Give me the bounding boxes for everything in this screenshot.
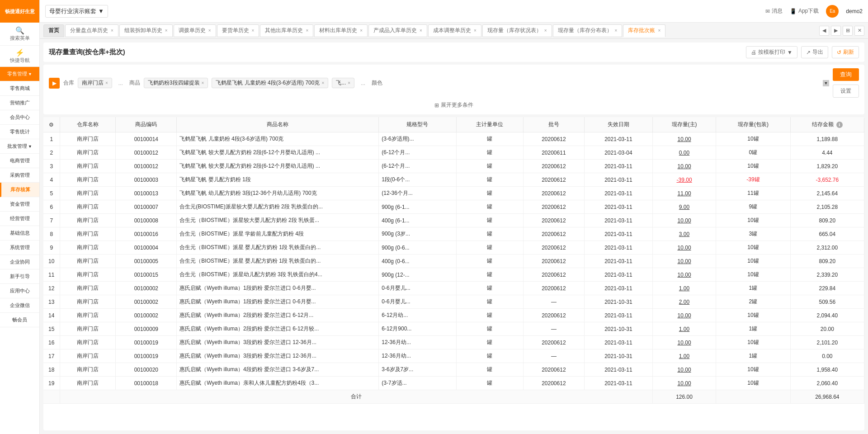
tab-close-requisition[interactable]: × xyxy=(252,28,255,33)
sidebar-item-purchase[interactable]: 采购管理 xyxy=(0,168,39,183)
row-qty-main[interactable]: 10.00 xyxy=(652,268,716,282)
sidebar-item-member[interactable]: 会员中心 xyxy=(0,110,39,125)
tab-other-out[interactable]: 其他出库单历史 × xyxy=(260,24,313,37)
sidebar-item-guide[interactable]: 新手引导 xyxy=(0,269,39,284)
tab-batch-voucher[interactable]: 库存批次账 × xyxy=(623,24,665,37)
username[interactable]: demo2 xyxy=(846,8,863,14)
tab-split-inventory[interactable]: 分量盘点单历史 × xyxy=(65,24,118,37)
product-tag1-remove[interactable]: × xyxy=(202,80,204,85)
product-tag2-remove[interactable]: × xyxy=(321,80,324,85)
row-qty-main[interactable]: 10.00 xyxy=(652,241,716,255)
tab-close-inventory-dist[interactable]: × xyxy=(615,28,618,33)
warehouse-filter-tag[interactable]: 南岸门店 × xyxy=(78,78,112,88)
account-dropdown[interactable]: 母婴行业演示账套 ▼ xyxy=(45,5,108,18)
sidebar-item-member2[interactable]: 畅会员 xyxy=(0,313,39,327)
row-qty-main[interactable]: 3.00 xyxy=(652,227,716,241)
sidebar-item-ecommerce[interactable]: 电商管理 xyxy=(0,154,39,168)
row-qty-main[interactable]: 10.00 xyxy=(652,363,716,377)
row-name: 合生元(BIOSTIME)派星较大婴儿配方奶粉 2段 乳铁蛋白的... xyxy=(177,200,379,214)
app-icon: 📱 xyxy=(790,8,797,14)
tab-product-in[interactable]: 产成品入库单历史 × xyxy=(368,24,427,37)
sidebar-item-retail-shop[interactable]: 零售商城 xyxy=(0,81,39,96)
row-unit: 罐 xyxy=(456,322,523,336)
tab-disassemble[interactable]: 组装拆卸单历史 × xyxy=(119,24,173,37)
product-filter-more[interactable]: 飞... × xyxy=(332,78,354,88)
tab-close-cost-adjust[interactable]: × xyxy=(474,28,476,33)
tab-close-disassemble[interactable]: × xyxy=(165,28,168,33)
warehouse-filter-more[interactable]: ... xyxy=(116,79,126,87)
tab-material-out[interactable]: 材料出库单历史 × xyxy=(314,24,368,37)
tab-more[interactable]: ⊞ xyxy=(843,26,853,36)
row-code: 00100012 xyxy=(116,160,177,173)
row-qty-main[interactable]: 9.00 xyxy=(652,200,716,214)
sidebar-item-wechat[interactable]: 企业微信 xyxy=(0,298,39,313)
row-qty-main[interactable]: 10.00 xyxy=(652,336,716,349)
row-qty-main[interactable]: 11.00 xyxy=(652,187,716,200)
sidebar-item-search[interactable]: 🔍 搜索英单 xyxy=(0,23,39,46)
tab-home[interactable]: 首页 xyxy=(43,24,64,37)
row-qty-main[interactable]: 1.00 xyxy=(652,282,716,295)
data-table: ⚙ 仓库名称 商品编码 商品名称 规格型号 主计量单位 批号 失效日期 现存量(… xyxy=(43,117,864,404)
sidebar-item-retail-stats[interactable]: 零售统计 xyxy=(0,125,39,139)
tab-close-all[interactable]: ✕ xyxy=(854,26,864,36)
row-code: 00100019 xyxy=(116,349,177,363)
tab-close-batch-voucher[interactable]: × xyxy=(658,28,660,33)
sidebar-item-system[interactable]: 系统管理 xyxy=(0,241,39,255)
product-filter-extra[interactable]: ... xyxy=(358,79,368,87)
tab-close-product-in[interactable]: × xyxy=(420,28,422,33)
sidebar-item-appstore[interactable]: 应用中心 xyxy=(0,284,39,298)
message-button[interactable]: ✉ 消息 xyxy=(765,7,783,15)
template-print-button[interactable]: 🖨 按模板打印 ▼ xyxy=(746,46,797,58)
row-qty-main[interactable]: 10.00 xyxy=(652,309,716,322)
tab-inventory-status[interactable]: 现存量（库存状况表） × xyxy=(482,24,552,37)
sidebar-item-inventory[interactable]: 库存核算 xyxy=(0,183,39,197)
row-qty-main[interactable]: 1.00 xyxy=(652,349,716,363)
expand-conditions-btn[interactable]: ⊞ 展开更多条件 xyxy=(49,99,859,111)
tab-close-split-inventory[interactable]: × xyxy=(111,28,113,33)
amount-info-icon[interactable]: ℹ xyxy=(836,122,843,128)
tab-close-material-out[interactable]: × xyxy=(360,28,363,33)
tab-cost-adjust[interactable]: 成本调整单历史 × xyxy=(428,24,481,37)
sidebar-item-marketing[interactable]: 营销推广 xyxy=(0,96,39,110)
row-qty-main[interactable]: 10.00 xyxy=(652,255,716,268)
row-qty-main[interactable]: 0.00 xyxy=(652,146,716,160)
tab-pick[interactable]: 调拨单历史 × xyxy=(174,24,216,37)
tab-close-other-out[interactable]: × xyxy=(306,28,308,33)
refresh-button[interactable]: ↺ 刷新 xyxy=(832,46,859,58)
setting-button[interactable]: 设置 xyxy=(833,85,859,98)
row-qty-main[interactable]: 10.00 xyxy=(652,214,716,227)
tab-requisition[interactable]: 要货单历史 × xyxy=(217,24,259,37)
filter-expand-btn[interactable]: ▶ xyxy=(49,78,60,89)
row-qty-main[interactable]: 1.00 xyxy=(652,322,716,336)
tab-close-pick[interactable]: × xyxy=(208,28,211,33)
row-qty-main[interactable]: 10.00 xyxy=(652,377,716,390)
sidebar-item-retail[interactable]: 零售管理 ▼ xyxy=(0,67,39,81)
row-qty-main[interactable]: 10.00 xyxy=(652,160,716,173)
product-more-remove[interactable]: × xyxy=(348,80,350,85)
sidebar-item-quicknav[interactable]: ⚡ 快捷导航 xyxy=(0,46,39,67)
color-dropdown-icon[interactable]: ▼ xyxy=(823,80,829,86)
tab-scroll-left[interactable]: ◀ xyxy=(819,26,829,36)
row-batch: 20200612 xyxy=(523,132,584,146)
filter-actions: 查询 设置 xyxy=(833,68,859,98)
product-filter-tag2[interactable]: 飞鹤星飞帆 儿童奶粉 4段(3-6岁适用) 700克 × xyxy=(212,78,328,88)
warehouse-tag-remove[interactable]: × xyxy=(105,80,108,85)
tab-scroll-right[interactable]: ▶ xyxy=(831,26,841,36)
row-qty-main[interactable]: 2.00 xyxy=(652,295,716,309)
row-qty-main[interactable]: -39.00 xyxy=(652,173,716,187)
app-download-button[interactable]: 📱 App下载 xyxy=(790,7,819,15)
table-scroll[interactable]: ⚙ 仓库名称 商品编码 商品名称 规格型号 主计量单位 批号 失效日期 现存量(… xyxy=(43,117,864,430)
sidebar-item-enterprise[interactable]: 企业协同 xyxy=(0,255,39,269)
sidebar-item-wholesale[interactable]: 批发管理 ▼ xyxy=(0,139,39,154)
sidebar-item-operations[interactable]: 经营管理 xyxy=(0,212,39,226)
tab-close-inventory-status[interactable]: × xyxy=(544,28,547,33)
tab-inventory-dist[interactable]: 现存量（库存分布表） × xyxy=(553,24,623,37)
row-qty-main[interactable]: 10.00 xyxy=(652,132,716,146)
product-filter-tag1[interactable]: 飞鹤奶粉3段四罐提装 × xyxy=(144,78,208,88)
export-button[interactable]: ↗ 导出 xyxy=(801,46,828,58)
row-code: 00100004 xyxy=(116,241,177,255)
row-spec: 6-12月幼... xyxy=(379,309,456,322)
search-button[interactable]: 查询 xyxy=(833,68,859,81)
sidebar-item-base[interactable]: 基础信息 xyxy=(0,226,39,241)
sidebar-item-finance[interactable]: 资金管理 xyxy=(0,197,39,212)
